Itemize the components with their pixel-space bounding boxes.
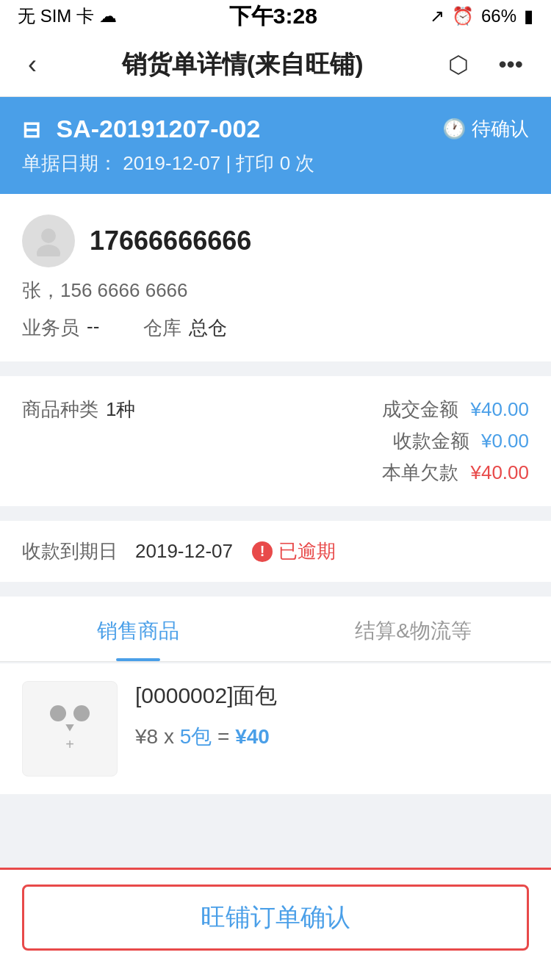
customer-name: 张，156 6666 6666 <box>22 278 529 303</box>
due-label: 收款到期日 <box>22 538 118 564</box>
alarm-icon: ⏰ <box>452 6 474 26</box>
product-qty: 5包 <box>180 725 212 748</box>
order-icon: ⊟ <box>22 118 40 142</box>
overdue-badge: ! 已逾期 <box>252 538 336 564</box>
warehouse-label: 仓库 <box>143 315 181 341</box>
sim-label: 无 SIM 卡 ☁ <box>18 4 117 28</box>
order-date: 单据日期： 2019-12-07 | 打印 0 次 <box>22 151 529 176</box>
product-price: ¥8 x 5包 = ¥40 <box>135 723 529 751</box>
page-title: 销货单详情(来自旺铺) <box>122 48 364 82</box>
received-label: 收款金额 <box>393 428 469 454</box>
product-total: ¥40 <box>235 725 270 748</box>
svg-point-0 <box>41 228 56 243</box>
status-time: 下午3:28 <box>229 1 317 32</box>
owed-label: 本单欠款 <box>382 460 458 486</box>
tab-products[interactable]: 销售商品 <box>0 597 276 661</box>
owed-value: ¥40.00 <box>470 461 529 484</box>
order-info-section: 商品种类 1种 成交金额 ¥40.00 收款金额 ¥0.00 本单欠款 ¥40.… <box>0 376 551 506</box>
customer-phone: 17666666666 <box>90 226 251 256</box>
product-name: [0000002]面包 <box>135 681 529 711</box>
battery-label: 66% <box>481 6 516 26</box>
received-value: ¥0.00 <box>481 430 529 453</box>
product-section: + [0000002]面包 ¥8 x 5包 = ¥40 <box>0 663 551 794</box>
customer-avatar <box>22 215 75 267</box>
owl-eye-right <box>73 705 90 721</box>
more-button[interactable]: ••• <box>491 43 530 85</box>
owl-eyes <box>50 705 90 721</box>
svg-point-1 <box>37 245 60 256</box>
back-button[interactable]: ‹ <box>21 42 44 87</box>
share-button[interactable]: ⬡ <box>441 43 476 86</box>
amounts: 成交金额 ¥40.00 收款金额 ¥0.00 本单欠款 ¥40.00 <box>382 397 529 486</box>
battery-icon: ▮ <box>524 6 533 26</box>
tabs-section: 销售商品 结算&物流等 <box>0 597 551 662</box>
order-header: ⊟ SA-20191207-002 🕐 待确认 单据日期： 2019-12-07… <box>0 97 551 194</box>
customer-section: 17666666666 张，156 6666 6666 业务员 -- 仓库 总仓 <box>0 194 551 361</box>
sales-label: 业务员 <box>22 315 79 341</box>
equals-sign: = <box>212 725 235 748</box>
overdue-text: 已逾期 <box>278 538 336 564</box>
product-image: + <box>22 681 118 777</box>
product-type: 商品种类 1种 <box>22 397 135 422</box>
status-left: 无 SIM 卡 ☁ <box>18 4 117 28</box>
owl-plus: + <box>65 736 74 753</box>
nav-actions: ⬡ ••• <box>441 43 530 86</box>
due-date: 2019-12-07 <box>135 540 233 563</box>
customer-meta: 业务员 -- 仓库 总仓 <box>22 315 529 341</box>
amount-label: 成交金额 <box>382 397 458 422</box>
location-icon: ↗ <box>430 6 444 26</box>
amount-value: ¥40.00 <box>470 398 529 421</box>
order-id: ⊟ SA-20191207-002 <box>22 115 260 143</box>
tab-settlement[interactable]: 结算&物流等 <box>276 597 551 661</box>
nav-bar: ‹ 销货单详情(来自旺铺) ⬡ ••• <box>0 32 551 97</box>
status-right: ↗ ⏰ 66% ▮ <box>430 6 533 26</box>
person-icon <box>33 226 64 256</box>
owl-eye-left <box>50 705 66 721</box>
overdue-icon: ! <box>252 541 273 562</box>
bottom-bar: 旺铺订单确认 <box>0 868 551 980</box>
status-bar: 无 SIM 卡 ☁ 下午3:28 ↗ ⏰ 66% ▮ <box>0 0 551 32</box>
price-text: ¥8 x <box>135 725 180 748</box>
order-status: 🕐 待确认 <box>442 116 529 142</box>
clock-icon: 🕐 <box>442 118 466 140</box>
owl-logo: + <box>50 705 90 753</box>
tabs-bar: 销售商品 结算&物流等 <box>0 597 551 662</box>
product-info: [0000002]面包 ¥8 x 5包 = ¥40 <box>135 681 529 751</box>
confirm-button[interactable]: 旺铺订单确认 <box>22 884 529 951</box>
due-date-section: 收款到期日 2019-12-07 ! 已逾期 <box>0 521 551 582</box>
owl-beak <box>65 724 74 732</box>
warehouse-value: 总仓 <box>189 315 227 341</box>
sales-value: -- <box>87 315 99 341</box>
